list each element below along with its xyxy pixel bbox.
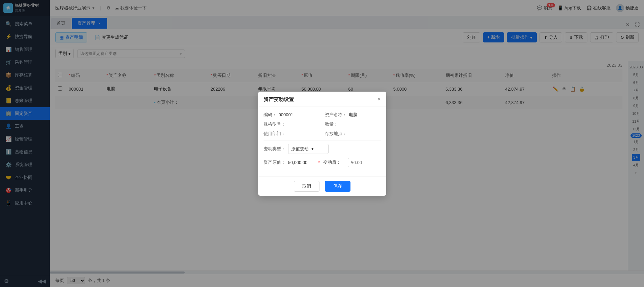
dialog-location-field: 存放地点： [325,131,381,137]
dialog-divider [264,140,381,140]
code-value: 000001 [279,112,293,117]
save-button[interactable]: 保存 [325,181,350,192]
asset-name-value: 电脑 [349,112,358,118]
dialog-footer: 取消 保存 [258,177,386,196]
dialog-value-row: 资产原值： 50,000.00 * 变动后： [264,158,381,167]
asset-name-label: 资产名称： [325,112,347,118]
location-label: 存放地点： [325,131,347,137]
change-type-label: 变动类型： [264,146,285,152]
dialog-quantity-field: 数量： [325,121,381,127]
dialog-row-1: 编码： 000001 资产名称： 电脑 [264,112,381,118]
asset-change-dialog: 资产变动设置 × 编码： 000001 资产名称： 电脑 规格型号： [258,92,386,196]
dialog-close-btn[interactable]: × [377,96,380,102]
dialog-dept-field: 使用部门： [264,131,319,137]
code-label: 编码： [264,112,277,118]
modal-overlay[interactable]: 资产变动设置 × 编码： 000001 资产名称： 电脑 规格型号： [0,0,644,287]
dialog-row-2: 规格型号： 数量： [264,121,381,127]
cancel-button[interactable]: 取消 [294,181,319,192]
change-type-value: 原值变动 [291,146,309,152]
dialog-body: 编码： 000001 资产名称： 电脑 规格型号： 数量： [258,106,386,177]
after-change-label: 变动后： [323,159,345,165]
dialog-row-3: 使用部门： 存放地点： [264,131,381,137]
dialog-asset-name-field: 资产名称： 电脑 [325,112,381,118]
after-change-input[interactable] [348,158,386,167]
change-type-dropdown-icon: ▾ [311,146,314,151]
dept-label: 使用部门： [264,131,285,137]
dialog-code-field: 编码： 000001 [264,112,319,118]
dialog-title: 资产变动设置 [264,96,294,103]
asset-original-value: 50,000.00 [288,160,308,165]
change-type-select[interactable]: 原值变动 ▾ [288,144,329,154]
dialog-spec-field: 规格型号： [264,121,319,127]
asset-original-label: 资产原值： [264,159,285,165]
spec-label: 规格型号： [264,121,285,127]
dialog-header: 资产变动设置 × [258,92,386,106]
dialog-change-type-row: 变动类型： 原值变动 ▾ [264,144,381,154]
required-mark: * [318,160,320,165]
quantity-label: 数量： [325,121,338,127]
